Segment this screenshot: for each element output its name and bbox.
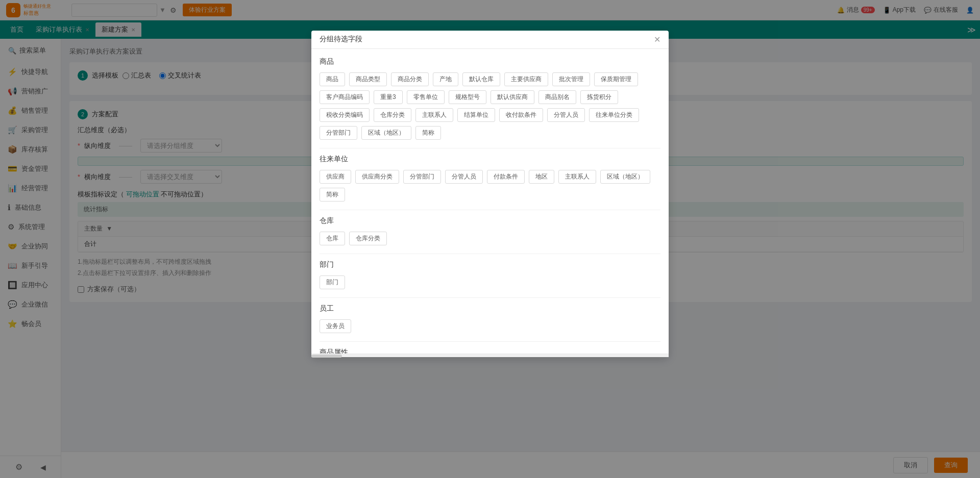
partners-fields: 供应商供应商分类分管部门分管人员付款条件地区主联系人区域（地区）简称: [320, 170, 660, 202]
field-chip[interactable]: 业务员: [320, 319, 351, 333]
field-chip[interactable]: 分管人员: [547, 108, 585, 122]
modal-scrollbar-thumb: [311, 355, 342, 358]
field-chip[interactable]: 供应商分类: [355, 170, 399, 184]
warehouse-fields: 仓库仓库分类: [320, 232, 660, 245]
field-chip[interactable]: 部门: [320, 275, 345, 289]
field-chip[interactable]: 简称: [415, 126, 441, 140]
field-chip[interactable]: 仓库: [320, 232, 345, 245]
field-chip[interactable]: 重量3: [374, 90, 403, 104]
modal-close-button[interactable]: ✕: [654, 35, 660, 44]
field-chip[interactable]: 简称: [320, 188, 345, 202]
field-chip[interactable]: 批次管理: [552, 72, 590, 86]
product-fields: 商品商品类型商品分类产地默认仓库主要供应商批次管理保质期管理客户商品编码重量3零…: [320, 72, 660, 140]
field-chip[interactable]: 区域（地区）: [361, 126, 411, 140]
dept-fields: 部门: [320, 275, 660, 289]
field-chip[interactable]: 主联系人: [415, 108, 453, 122]
field-chip[interactable]: 往来单位分类: [589, 108, 639, 122]
section-title-warehouse: 仓库: [320, 216, 660, 225]
employee-fields: 业务员: [320, 319, 660, 333]
field-chip[interactable]: 供应商: [320, 170, 351, 184]
field-chip[interactable]: 默认供应商: [491, 90, 534, 104]
section-title-employee: 员工: [320, 304, 660, 313]
field-chip[interactable]: 分管人员: [445, 170, 483, 184]
field-chip[interactable]: 收付款条件: [499, 108, 543, 122]
field-chip[interactable]: 主联系人: [558, 170, 596, 184]
modal-title: 分组待选字段: [320, 35, 362, 44]
field-chip[interactable]: 税收分类编码: [320, 108, 370, 122]
section-title-product: 商品: [320, 57, 660, 66]
modal: 分组待选字段 ✕ 商品 商品商品类型商品分类产地默认仓库主要供应商批次管理保质期…: [311, 31, 669, 357]
section-title-dept: 部门: [320, 260, 660, 269]
field-chip[interactable]: 付款条件: [487, 170, 525, 184]
field-chip[interactable]: 分管部门: [320, 126, 357, 140]
modal-body: 商品 商品商品类型商品分类产地默认仓库主要供应商批次管理保质期管理客户商品编码重…: [311, 49, 669, 354]
field-chip[interactable]: 拣货积分: [580, 90, 618, 104]
field-chip[interactable]: 商品: [320, 72, 345, 86]
modal-header: 分组待选字段 ✕: [311, 31, 669, 49]
modal-overlay: 分组待选字段 ✕ 商品 商品商品类型商品分类产地默认仓库主要供应商批次管理保质期…: [0, 0, 980, 478]
field-chip[interactable]: 默认仓库: [462, 72, 500, 86]
field-chip[interactable]: 规格型号: [449, 90, 486, 104]
field-chip[interactable]: 保质期管理: [594, 72, 638, 86]
field-chip[interactable]: 仓库分类: [374, 108, 411, 122]
field-chip[interactable]: 客户商品编码: [320, 90, 370, 104]
section-title-partners: 往来单位: [320, 155, 660, 164]
field-chip[interactable]: 产地: [433, 72, 458, 86]
field-chip[interactable]: 商品类型: [349, 72, 387, 86]
field-chip[interactable]: 零售单位: [407, 90, 445, 104]
field-chip[interactable]: 商品分类: [391, 72, 429, 86]
field-chip[interactable]: 商品别名: [538, 90, 576, 104]
field-chip[interactable]: 主要供应商: [504, 72, 548, 86]
field-chip[interactable]: 分管部门: [403, 170, 441, 184]
section-title-product-attr: 商品属性: [320, 348, 660, 354]
field-chip[interactable]: 结算单位: [457, 108, 495, 122]
field-chip[interactable]: 地区: [529, 170, 554, 184]
field-chip[interactable]: 区域（地区）: [600, 170, 650, 184]
modal-scrollbar-x[interactable]: [311, 354, 669, 357]
field-chip[interactable]: 仓库分类: [349, 232, 387, 245]
